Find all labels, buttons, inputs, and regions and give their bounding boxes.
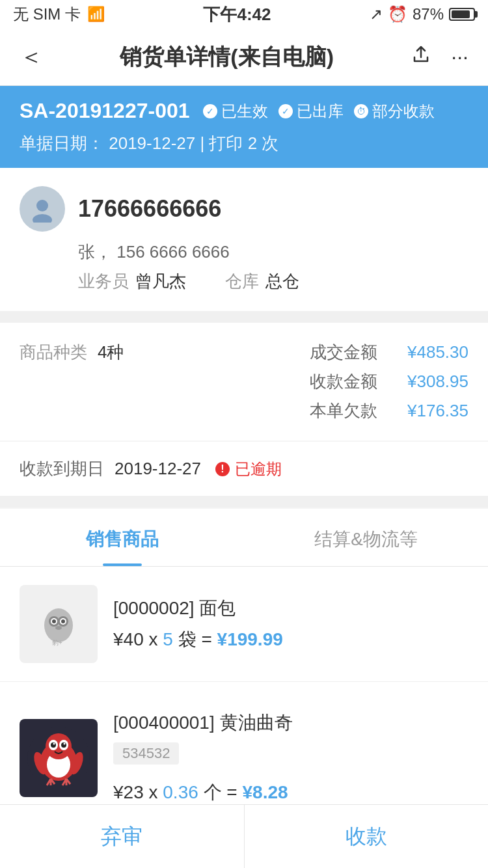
svg-point-20	[64, 742, 66, 744]
carrier-text: 无 SIM 卡	[13, 4, 81, 25]
divider-1	[0, 311, 488, 323]
bottom-bar: 弃审 收款	[0, 804, 488, 868]
warehouse-value: 总仓	[265, 270, 299, 293]
wifi-icon: 📶	[87, 6, 105, 23]
svg-point-2	[44, 608, 73, 642]
customer-meta: 业务员 曾凡杰 仓库 总仓	[20, 270, 468, 293]
warehouse-item: 仓库 总仓	[225, 270, 299, 293]
divider-2	[0, 496, 488, 508]
date-label: 单据日期：	[20, 133, 104, 153]
location-icon: ↗	[370, 5, 383, 23]
collect-payment-label: 收款	[346, 822, 387, 851]
svg-point-8	[61, 619, 65, 623]
abandon-review-label: 弃审	[101, 822, 142, 851]
alarm-icon: ⏰	[388, 5, 407, 23]
product-name-bread: [0000002] 面包	[113, 596, 468, 621]
abandon-review-button[interactable]: 弃审	[0, 805, 245, 868]
due-date-label: 收款到期日	[20, 457, 104, 480]
svg-point-9	[55, 626, 62, 630]
customer-name-text: 张，	[78, 242, 112, 262]
more-icon[interactable]: ···	[451, 45, 468, 69]
tab-settle-label: 结算&物流等	[314, 529, 418, 549]
svg-text:豹+: 豹+	[52, 639, 62, 646]
product-eq1: =	[201, 629, 217, 649]
product-price-bread: ¥40 x 5 袋 = ¥199.99	[113, 627, 468, 652]
amount-value: ¥485.30	[390, 342, 468, 362]
salesperson-value: 曾凡杰	[135, 270, 186, 293]
product-x1: x	[149, 629, 163, 649]
overdue-text: 已逾期	[235, 459, 282, 480]
svg-point-0	[36, 200, 48, 211]
product-code-bread: [0000002]	[113, 598, 195, 618]
tab-sales[interactable]: 销售商品	[0, 509, 244, 566]
product-code-cookie: [000400001]	[113, 712, 215, 733]
status-bar-time: 下午4:42	[203, 3, 271, 26]
customer-avatar	[20, 186, 65, 232]
received-label: 收款金额	[310, 370, 377, 393]
product-qty-bread: 5	[163, 629, 173, 649]
tab-sales-label: 销售商品	[86, 529, 159, 549]
back-button[interactable]: ＜	[20, 41, 43, 73]
status-tag-effective: ✓ 已生效	[203, 101, 268, 122]
product-price-val-cookie: ¥23	[113, 782, 144, 802]
order-id: SA-20191227-001	[20, 99, 190, 123]
product-list: 豹+ [0000002] 面包 ¥40 x 5 袋 = ¥199.99	[0, 567, 488, 824]
due-value: ¥176.35	[390, 401, 468, 421]
page-title: 销货单详情(来自电脑)	[120, 42, 334, 72]
order-header-row2: 单据日期： 2019-12-27 | 打印 2 次	[20, 132, 468, 155]
status-bar-right: ↗ ⏰ 87%	[370, 5, 475, 23]
status-shipped-label: 已出库	[297, 101, 344, 122]
product-name-text-cookie: 黄油曲奇	[220, 712, 293, 733]
status-tags: ✓ 已生效 ✓ 已出库 ⏱ 部分收款	[203, 101, 435, 122]
tabs-section[interactable]: 销售商品 结算&物流等	[0, 509, 488, 567]
customer-phone2: 156 6666 6666	[116, 242, 230, 262]
battery-percent: 87%	[413, 5, 444, 23]
nav-bar: ＜ 销货单详情(来自电脑) ···	[0, 29, 488, 86]
customer-row1: 17666666666	[20, 186, 468, 232]
stats-right: 成交金额 ¥485.30 收款金额 ¥308.95 本单欠款 ¥176.35	[310, 341, 468, 422]
amount-label: 成交金额	[310, 341, 377, 364]
stats-left: 商品种类 4种	[20, 341, 124, 364]
product-price-cookie: ¥23 x 0.36 个 = ¥8.28	[113, 780, 468, 805]
tab-settle[interactable]: 结算&物流等	[244, 509, 488, 566]
product-total-bread: ¥199.99	[217, 629, 283, 649]
product-batch-cookie: 534532	[113, 742, 179, 765]
product-unit-bread: 袋	[178, 629, 197, 649]
svg-point-1	[33, 214, 52, 223]
due-label: 本单欠款	[310, 400, 377, 422]
collect-payment-button[interactable]: 收款	[245, 805, 489, 868]
due-date-value: 2019-12-27	[115, 459, 201, 479]
order-header-banner: SA-20191227-001 ✓ 已生效 ✓ 已出库 ⏱ 部分收款 单据日期：…	[0, 86, 488, 168]
customer-section: 17666666666 张， 156 6666 6666 业务员 曾凡杰 仓库 …	[0, 168, 488, 311]
order-header-row1: SA-20191227-001 ✓ 已生效 ✓ 已出库 ⏱ 部分收款	[20, 99, 468, 123]
svg-point-7	[52, 619, 56, 623]
overdue-badge: ! 已逾期	[215, 459, 282, 480]
product-image-bread: 豹+	[20, 585, 98, 663]
product-eq2: =	[226, 782, 242, 802]
check-icon-shipped: ✓	[278, 104, 293, 118]
order-date: 2019-12-27	[109, 133, 195, 153]
customer-phone: 17666666666	[78, 195, 221, 223]
amount-item: 成交金额 ¥485.30	[310, 341, 468, 364]
warehouse-label: 仓库	[225, 270, 259, 293]
share-icon[interactable]	[411, 44, 431, 70]
due-date-section: 收款到期日 2019-12-27 ! 已逾期	[0, 442, 488, 496]
received-item: 收款金额 ¥308.95	[310, 370, 468, 393]
status-bar: 无 SIM 卡 📶 下午4:42 ↗ ⏰ 87%	[0, 0, 488, 29]
product-qty-cookie: 0.36	[163, 782, 198, 802]
product-price-val-bread: ¥40	[113, 629, 144, 649]
product-name-text-bread: 面包	[199, 598, 236, 618]
product-info-bread: [0000002] 面包 ¥40 x 5 袋 = ¥199.99	[113, 596, 468, 652]
customer-info-row: 张， 156 6666 6666	[20, 241, 468, 264]
print-info: | 打印 2 次	[200, 133, 278, 153]
status-partial-label: 部分收款	[372, 101, 435, 122]
product-image-cookie	[20, 719, 98, 797]
product-type-value: 4种	[98, 341, 124, 364]
product-item-bread: 豹+ [0000002] 面包 ¥40 x 5 袋 = ¥199.99	[0, 567, 488, 682]
stats-section: 商品种类 4种 成交金额 ¥485.30 收款金额 ¥308.95 本单欠款 ¥…	[0, 323, 488, 441]
stats-row: 商品种类 4种 成交金额 ¥485.30 收款金额 ¥308.95 本单欠款 ¥…	[20, 341, 468, 422]
status-bar-left: 无 SIM 卡 📶	[13, 4, 105, 25]
status-effective-label: 已生效	[221, 101, 268, 122]
product-unit-cookie: 个	[204, 782, 222, 802]
product-total-cookie: ¥8.28	[242, 782, 288, 802]
